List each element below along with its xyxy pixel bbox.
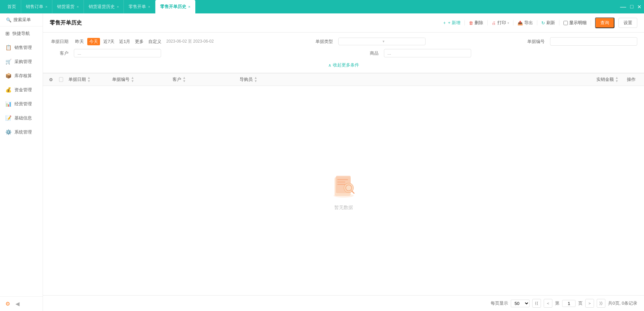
sidebar-item-finance-mgmt[interactable]: 💰 资金管理	[0, 83, 43, 97]
sidebar-item-system-mgmt[interactable]: ⚙️ 系统管理	[0, 125, 43, 139]
top-nav-bar: 首页 销售订单 × 销货退货 × 销货退货历史 × 零售开单 × 零售开单历史 …	[0, 0, 644, 13]
date-btn-today[interactable]: 今天	[87, 38, 100, 45]
date-options: 昨天 今天 近7天 近1月 更多 自定义 2023-06-02 至 2023-0…	[74, 38, 214, 45]
date-btn-yesterday[interactable]: 昨天	[74, 38, 85, 45]
date-btn-7days[interactable]: 近7天	[102, 38, 116, 45]
sidebar-item-operations-mgmt[interactable]: 📊 经营管理	[0, 97, 43, 111]
delete-icon: 🗑	[469, 20, 473, 25]
date-btn-custom[interactable]: 自定义	[147, 38, 163, 45]
add-button[interactable]: ＋ + 新增	[442, 20, 460, 26]
sidebar-item-label: 库存核算	[14, 73, 32, 79]
filter-row-2: 客户 ... 商品 ...	[50, 49, 637, 57]
print-button[interactable]: 🖨 打印 ▾	[492, 20, 509, 26]
close-icon[interactable]: ×	[148, 5, 150, 9]
sidebar-item-purchase-mgmt[interactable]: 🛒 采购管理	[0, 55, 43, 69]
last-page-button[interactable]: ⟩⟩	[597, 299, 605, 308]
refresh-button[interactable]: ↻ 刷新	[541, 20, 555, 26]
collapse-sidebar-icon[interactable]: ◀	[15, 301, 19, 307]
select-all-checkbox[interactable]	[59, 77, 63, 82]
chevron-down-icon: ▾	[383, 39, 422, 44]
tab-home[interactable]: 首页	[3, 0, 21, 13]
first-page-button[interactable]: ⟨⟨	[532, 299, 541, 308]
chevron-up-icon: ∧	[328, 63, 332, 68]
svg-line-8	[352, 191, 354, 193]
close-icon[interactable]: ×	[45, 5, 47, 9]
page-suffix: 页	[578, 300, 583, 306]
toolbar: ＋ + 新增 🗑 删除 🖨 打印 ▾ 📤 导出	[442, 17, 637, 32]
pagination: 每页显示 50 10 20 100 ⟨⟨ ＜ 第 页 ＞ ⟩⟩ 共0页, 0条记…	[43, 295, 644, 311]
col-settings[interactable]: ⚙	[46, 77, 56, 82]
customer-select[interactable]: ...	[74, 49, 161, 57]
query-button[interactable]: 查询	[595, 17, 614, 28]
page-header: 零售开单历史 ＋ + 新增 🗑 删除 🖨 打印 ▾	[43, 13, 644, 33]
sidebar-item-quick-nav[interactable]: ⊞ 快捷导航	[0, 27, 43, 41]
sort-icon: ▲▼	[183, 76, 186, 83]
col-no[interactable]: 单据编号 ▲▼	[109, 76, 170, 83]
sort-icon: ▲▼	[615, 76, 618, 83]
sidebar-item-label: 资金管理	[14, 87, 32, 93]
display-detail-checkbox[interactable]	[563, 21, 568, 25]
close-button[interactable]: ×	[637, 3, 641, 11]
tab-retail-history[interactable]: 零售开单历史 ×	[155, 0, 195, 13]
no-input[interactable]	[550, 37, 637, 46]
table-header: ⚙ 单据日期 ▲▼ 单据编号 ▲▼ 客户 ▲▼ 导购员	[43, 73, 644, 86]
next-page-button[interactable]: ＞	[585, 299, 594, 308]
close-icon[interactable]: ×	[188, 5, 190, 9]
tab-sales-order[interactable]: 销售订单 ×	[21, 0, 52, 13]
table-container: ⚙ 单据日期 ▲▼ 单据编号 ▲▼ 客户 ▲▼ 导购员	[43, 73, 644, 295]
sidebar-item-label: 采购管理	[14, 59, 32, 65]
display-detail-toggle[interactable]: 显示明细	[563, 20, 587, 26]
sidebar: 🔍 搜索采单 ⊞ 快捷导航 📋 销售管理 🛒 采购管理 📦 库存核算 💰 资金管…	[0, 13, 43, 311]
empty-state: 暂无数据	[43, 86, 644, 295]
no-label: 单据编号	[526, 39, 545, 45]
collapse-button[interactable]: ∧ 收起更多条件	[328, 62, 359, 68]
collapse-label: 收起更多条件	[333, 62, 359, 68]
customer-label: 客户	[50, 50, 68, 56]
close-icon[interactable]: ×	[77, 5, 79, 9]
maximize-button[interactable]: □	[630, 4, 634, 10]
page-input[interactable]	[562, 300, 576, 307]
finance-icon: 💰	[5, 87, 12, 93]
stock-icon: 📦	[5, 73, 12, 79]
sidebar-item-label: 经营管理	[14, 101, 32, 107]
close-icon[interactable]: ×	[117, 5, 119, 9]
tab-sales-return-history[interactable]: 销货退货历史 ×	[84, 0, 124, 13]
sidebar-search-label: 搜索采单	[13, 17, 31, 23]
col-salesperson[interactable]: 导购员 ▲▼	[237, 76, 284, 83]
tab-sales-return[interactable]: 销货退货 ×	[52, 0, 84, 13]
sidebar-item-label: 基础信息	[14, 115, 32, 121]
divider	[487, 20, 488, 25]
collapse-row: ∧ 收起更多条件	[50, 61, 637, 68]
col-action: 操作	[621, 76, 641, 83]
sidebar-item-label: 快捷导航	[12, 31, 30, 37]
settings-icon[interactable]: ⚙	[5, 301, 10, 307]
add-icon: ＋	[442, 20, 447, 26]
settings-button[interactable]: 设置	[618, 18, 637, 28]
export-button[interactable]: 📤 导出	[517, 20, 533, 26]
sort-icon: ▲▼	[87, 76, 91, 83]
date-label: 单据日期	[50, 39, 68, 45]
minimize-button[interactable]: —	[620, 3, 626, 10]
goods-select[interactable]: ...	[384, 49, 471, 57]
col-customer[interactable]: 客户 ▲▼	[170, 76, 237, 83]
divider	[464, 20, 465, 25]
page-title: 零售开单历史	[50, 19, 82, 31]
sidebar-search[interactable]: 🔍 搜索采单	[0, 13, 43, 27]
sidebar-item-basic-info[interactable]: 📝 基础信息	[0, 111, 43, 125]
delete-button[interactable]: 🗑 删除	[469, 20, 483, 26]
type-select[interactable]: ▾	[338, 38, 426, 45]
date-btn-more[interactable]: 更多	[134, 38, 145, 45]
settings-col-icon: ⚙	[49, 77, 53, 82]
col-checkbox[interactable]	[56, 77, 66, 82]
date-btn-1month[interactable]: 近1月	[118, 38, 132, 45]
tab-retail-open[interactable]: 零售开单 ×	[124, 0, 155, 13]
sidebar-item-stock-calc[interactable]: 📦 库存核算	[0, 69, 43, 83]
col-date[interactable]: 单据日期 ▲▼	[66, 76, 109, 83]
goods-label: 商品	[360, 50, 379, 56]
sidebar-item-label: 销售管理	[14, 45, 32, 51]
per-page-select[interactable]: 50 10 20 100	[511, 300, 530, 307]
prev-page-button[interactable]: ＜	[544, 299, 552, 308]
col-amount[interactable]: 实销金额 ▲▼	[284, 76, 621, 83]
sidebar-item-sales-mgmt[interactable]: 📋 销售管理	[0, 41, 43, 55]
filter-area: 单据日期 昨天 今天 近7天 近1月 更多 自定义 2023-06-02 至 2…	[43, 33, 644, 73]
